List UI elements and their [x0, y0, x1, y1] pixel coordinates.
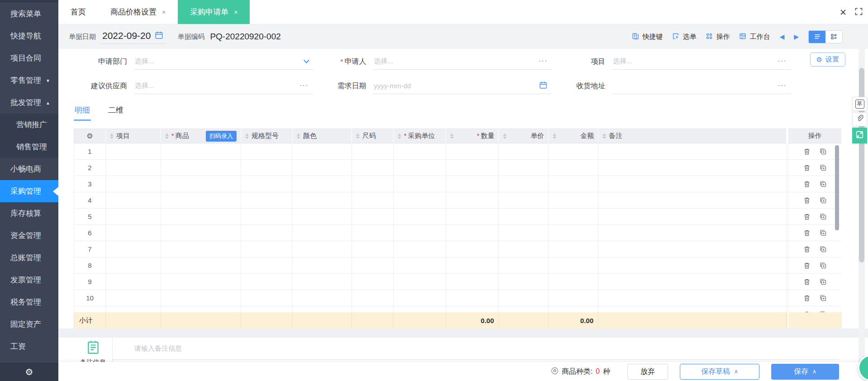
delivery-address-input[interactable]: ··· [612, 78, 791, 94]
sidebar-item-retail-mgmt[interactable]: 零售管理▼ [0, 69, 58, 91]
save-draft-button[interactable]: 保存草稿∧ [680, 364, 759, 380]
cell-purchase-unit[interactable] [394, 290, 446, 306]
cell-project[interactable] [106, 274, 161, 290]
cell-purchase-unit[interactable] [394, 143, 446, 159]
cell-amount[interactable] [549, 225, 598, 241]
tab-purchase-request[interactable]: 采购申请单× [178, 0, 250, 24]
attachment-button[interactable] [852, 112, 867, 126]
more-options-icon[interactable]: ··· [299, 84, 308, 88]
cell-color[interactable] [293, 306, 352, 312]
sort-icon[interactable] [553, 133, 556, 139]
delete-row-icon[interactable] [803, 197, 811, 204]
col-unit-price[interactable]: 单价 [499, 129, 549, 143]
more-options-icon[interactable]: ··· [538, 59, 547, 63]
suggested-supplier-input[interactable]: 选择... ··· [133, 78, 313, 94]
sort-icon[interactable] [450, 133, 454, 139]
cell-size[interactable] [352, 160, 394, 176]
tab-detail[interactable]: 明细 [74, 104, 91, 121]
cell-project[interactable] [106, 160, 161, 176]
col-quantity[interactable]: *数量 [446, 129, 499, 143]
cell-spec[interactable] [241, 306, 293, 312]
cell-unit-price[interactable] [499, 225, 549, 241]
cell-remark[interactable] [598, 225, 787, 241]
cell-project[interactable] [106, 143, 161, 159]
col-remark[interactable]: 备注 [598, 129, 787, 143]
delete-row-icon[interactable] [803, 148, 811, 155]
more-options-icon[interactable]: ··· [778, 84, 787, 88]
copy-row-icon[interactable] [820, 213, 827, 220]
sidebar-item-wholesale-mgmt[interactable]: 批发管理▲ [0, 91, 58, 114]
cell-project[interactable] [106, 290, 161, 306]
settings-button[interactable]: ⚙ 设置 [810, 52, 845, 67]
copy-row-icon[interactable] [820, 246, 827, 253]
cell-spec[interactable] [241, 160, 293, 176]
calendar-icon[interactable] [539, 81, 547, 91]
cell-purchase-unit[interactable] [394, 241, 446, 257]
sidebar-item-payroll[interactable]: 工资 [0, 335, 58, 357]
close-icon[interactable]: × [234, 9, 237, 16]
cell-remark[interactable] [598, 192, 787, 208]
cell-product[interactable] [161, 290, 241, 306]
cell-amount[interactable] [549, 192, 598, 208]
cell-product[interactable] [161, 143, 241, 159]
sidebar-item-fixed-assets[interactable]: 固定资产 [0, 313, 58, 335]
more-options-icon[interactable]: ··· [778, 59, 787, 63]
cell-project[interactable] [106, 225, 161, 241]
cell-amount[interactable] [549, 306, 598, 312]
cell-product[interactable] [161, 192, 241, 208]
cell-spec[interactable] [241, 225, 293, 241]
cell-unit-price[interactable] [499, 257, 549, 273]
apply-department-input[interactable]: 选择... [133, 53, 313, 70]
cell-size[interactable] [352, 192, 394, 208]
col-size[interactable]: 尺码 [352, 129, 394, 143]
sidebar-item-quick-nav[interactable]: 快捷导航 [0, 25, 58, 47]
sort-icon[interactable] [356, 133, 360, 139]
cell-amount[interactable] [549, 274, 598, 290]
remark-input[interactable]: 请输入备注信息 [113, 338, 839, 360]
cell-purchase-unit[interactable] [394, 306, 446, 312]
cell-product[interactable] [161, 176, 241, 192]
cell-size[interactable] [352, 225, 394, 241]
col-amount[interactable]: 金额 [549, 129, 598, 143]
card-view-button[interactable] [825, 31, 842, 43]
cell-color[interactable] [293, 274, 352, 290]
col-color[interactable]: 颜色 [293, 129, 352, 143]
nav-forward-icon[interactable]: ▶ [794, 33, 799, 40]
sidebar-item-funds-mgmt[interactable]: 资金管理 [0, 224, 58, 247]
cell-purchase-unit[interactable] [394, 192, 446, 208]
table-scrollbar[interactable] [835, 145, 839, 230]
scan-entry-button[interactable]: 扫码录入 [206, 131, 237, 142]
expand-button[interactable] [852, 128, 867, 143]
cell-amount[interactable] [549, 241, 598, 257]
cell-product[interactable] [161, 257, 241, 273]
delete-row-icon[interactable] [803, 164, 811, 171]
project-input[interactable]: 选择... ··· [612, 53, 791, 70]
close-window-icon[interactable]: ✕ [840, 8, 847, 17]
draft-list-button[interactable]: 草 [852, 97, 867, 111]
cell-spec[interactable] [241, 176, 293, 192]
sidebar-item-marketing-promo[interactable]: 营销推广 [0, 114, 58, 136]
cell-remark[interactable] [598, 306, 787, 312]
cell-size[interactable] [352, 306, 394, 312]
copy-row-icon[interactable] [820, 197, 827, 204]
doc-date-field[interactable]: 2022-09-20 [101, 29, 166, 44]
copy-row-icon[interactable] [820, 148, 827, 155]
cell-color[interactable] [293, 176, 352, 192]
list-view-button[interactable] [809, 31, 825, 43]
cell-unit-price[interactable] [499, 143, 549, 159]
cell-color[interactable] [293, 143, 352, 159]
copy-row-icon[interactable] [820, 229, 827, 237]
cell-quantity[interactable] [446, 209, 499, 224]
applicant-input[interactable]: 选择... ··· [373, 53, 552, 70]
sidebar-item-xiaochang-ecommerce[interactable]: 小畅电商 [0, 158, 58, 180]
cell-size[interactable] [352, 176, 394, 192]
cell-amount[interactable] [549, 143, 598, 159]
copy-row-icon[interactable] [820, 262, 827, 269]
col-purchase-unit[interactable]: *采购单位 [394, 129, 446, 143]
cell-project[interactable] [106, 257, 161, 273]
sidebar-item-search-menu[interactable]: 搜索菜单 [0, 3, 58, 25]
cell-purchase-unit[interactable] [394, 225, 446, 241]
sort-icon[interactable] [110, 133, 114, 139]
operations-button[interactable]: 操作 [706, 33, 730, 41]
cell-purchase-unit[interactable] [394, 274, 446, 290]
